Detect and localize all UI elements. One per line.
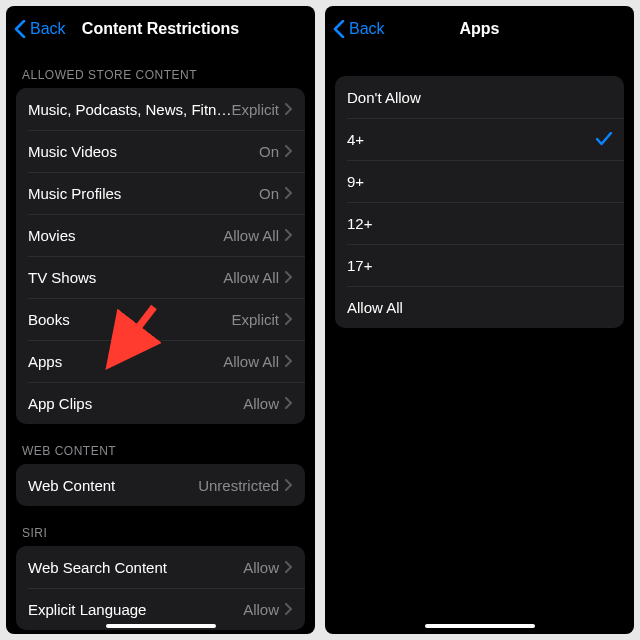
row-label: Web Search Content <box>28 559 243 576</box>
row-label: Web Content <box>28 477 198 494</box>
row-tv-shows[interactable]: TV Shows Allow All <box>16 256 305 298</box>
row-value: Explicit <box>231 101 279 118</box>
section-header: ALLOWED STORE CONTENT <box>6 52 315 88</box>
section-header: WEB CONTENT <box>6 424 315 464</box>
row-label: Music, Podcasts, News, Fitness <box>28 101 231 118</box>
settings-group-store: Music, Podcasts, News, Fitness Explicit … <box>16 88 305 424</box>
option-label: 17+ <box>347 257 612 274</box>
chevron-left-icon <box>333 20 345 38</box>
row-value: Allow <box>243 559 279 576</box>
row-label: Apps <box>28 353 223 370</box>
chevron-right-icon <box>285 187 293 199</box>
content-scroll[interactable]: ALLOWED STORE CONTENT Music, Podcasts, N… <box>6 52 315 634</box>
option-label: Don't Allow <box>347 89 612 106</box>
section-header: GAME CENTER <box>6 630 315 634</box>
row-label: Music Videos <box>28 143 259 160</box>
settings-group-siri: Web Search Content Allow Explicit Langua… <box>16 546 305 630</box>
row-value: Allow All <box>223 353 279 370</box>
chevron-right-icon <box>285 145 293 157</box>
option-allow-all[interactable]: Allow All <box>335 286 624 328</box>
row-value: On <box>259 185 279 202</box>
option-12plus[interactable]: 12+ <box>335 202 624 244</box>
chevron-right-icon <box>285 355 293 367</box>
row-movies[interactable]: Movies Allow All <box>16 214 305 256</box>
option-17plus[interactable]: 17+ <box>335 244 624 286</box>
chevron-right-icon <box>285 479 293 491</box>
screenshot-left: Back Content Restrictions ALLOWED STORE … <box>6 6 315 634</box>
back-label: Back <box>349 20 385 38</box>
row-music-profiles[interactable]: Music Profiles On <box>16 172 305 214</box>
navbar: Back Apps <box>325 6 634 52</box>
row-label: App Clips <box>28 395 243 412</box>
back-button[interactable]: Back <box>333 20 385 38</box>
option-label: 9+ <box>347 173 612 190</box>
row-label: Explicit Language <box>28 601 243 618</box>
row-label: Movies <box>28 227 223 244</box>
checkmark-icon <box>596 132 612 146</box>
chevron-left-icon <box>14 20 26 38</box>
chevron-right-icon <box>285 313 293 325</box>
row-label: Books <box>28 311 231 328</box>
section-header: SIRI <box>6 506 315 546</box>
row-web-search[interactable]: Web Search Content Allow <box>16 546 305 588</box>
row-music-podcasts[interactable]: Music, Podcasts, News, Fitness Explicit <box>16 88 305 130</box>
chevron-right-icon <box>285 397 293 409</box>
row-label: TV Shows <box>28 269 223 286</box>
option-dont-allow[interactable]: Don't Allow <box>335 76 624 118</box>
chevron-right-icon <box>285 603 293 615</box>
chevron-right-icon <box>285 271 293 283</box>
row-value: Allow <box>243 395 279 412</box>
row-value: Allow All <box>223 269 279 286</box>
row-books[interactable]: Books Explicit <box>16 298 305 340</box>
row-value: Explicit <box>231 311 279 328</box>
row-value: Allow <box>243 601 279 618</box>
content-scroll[interactable]: Don't Allow 4+ 9+ 12+ 17+ Allow All <box>325 52 634 634</box>
rating-options-group: Don't Allow 4+ 9+ 12+ 17+ Allow All <box>335 76 624 328</box>
row-web-content[interactable]: Web Content Unrestricted <box>16 464 305 506</box>
chevron-right-icon <box>285 103 293 115</box>
row-apps[interactable]: Apps Allow All <box>16 340 305 382</box>
option-label: 4+ <box>347 131 596 148</box>
chevron-right-icon <box>285 561 293 573</box>
row-music-videos[interactable]: Music Videos On <box>16 130 305 172</box>
navbar: Back Content Restrictions <box>6 6 315 52</box>
home-indicator[interactable] <box>106 624 216 628</box>
row-value: Allow All <box>223 227 279 244</box>
back-label: Back <box>30 20 66 38</box>
option-label: Allow All <box>347 299 612 316</box>
row-value: Unrestricted <box>198 477 279 494</box>
settings-group-web: Web Content Unrestricted <box>16 464 305 506</box>
home-indicator[interactable] <box>425 624 535 628</box>
chevron-right-icon <box>285 229 293 241</box>
back-button[interactable]: Back <box>14 20 66 38</box>
option-4plus[interactable]: 4+ <box>335 118 624 160</box>
row-label: Music Profiles <box>28 185 259 202</box>
option-9plus[interactable]: 9+ <box>335 160 624 202</box>
screenshot-right: Back Apps Don't Allow 4+ 9+ 12+ 17+ Allo… <box>325 6 634 634</box>
option-label: 12+ <box>347 215 612 232</box>
row-app-clips[interactable]: App Clips Allow <box>16 382 305 424</box>
row-value: On <box>259 143 279 160</box>
